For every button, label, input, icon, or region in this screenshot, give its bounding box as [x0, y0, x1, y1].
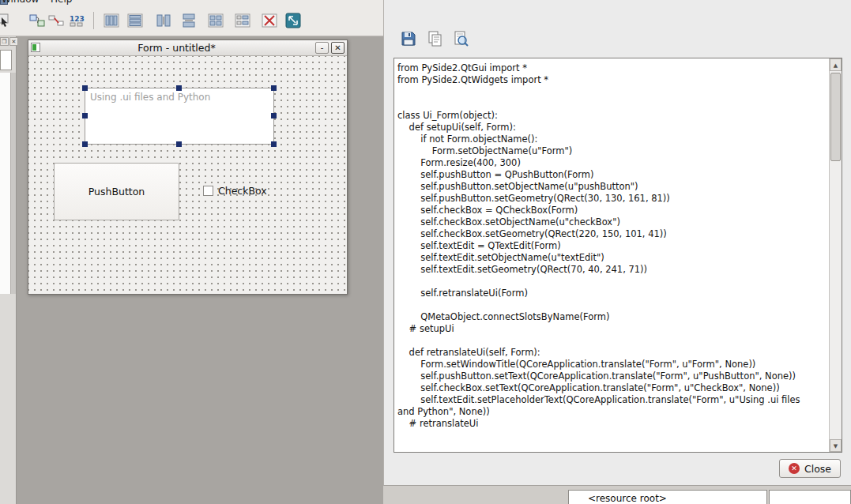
menu-window[interactable]: Window [2, 0, 39, 5]
code-line: self.pushButton.setGeometry(QRect(30, 13… [397, 193, 829, 205]
adjust-size-icon[interactable] [283, 10, 303, 31]
code-line: self.checkBox = QCheckBox(Form) [397, 205, 829, 216]
edit-buddies-icon[interactable] [46, 10, 66, 31]
code-line: self.checkBox.setText(QCoreApplication.t… [397, 382, 829, 394]
code-line: def retranslateUi(self, Form): [397, 347, 829, 359]
code-line: self.textEdit.setPlaceholderText(QCoreAp… [397, 394, 829, 406]
layout-horizontal-splitter-icon[interactable] [153, 10, 174, 31]
resource-root-label: <resource root> [588, 493, 667, 504]
edit-widgets-icon[interactable] [0, 10, 13, 31]
code-line: Form.setObjectName(u"Form") [397, 145, 829, 157]
code-line [397, 299, 829, 311]
resource-panel-secondary[interactable] [769, 490, 851, 504]
save-icon[interactable] [398, 28, 419, 49]
qt-designer-screen: Window Help 123 [0, 0, 851, 504]
layout-vertical-icon[interactable] [125, 10, 145, 31]
print-preview-icon[interactable] [450, 28, 471, 49]
minimize-button[interactable]: - [315, 42, 329, 54]
code-line: # setupUi [397, 323, 829, 335]
code-line: # retranslateUi [397, 418, 829, 430]
main-toolbar: 123 [0, 6, 383, 36]
close-button-label: Close [804, 463, 831, 475]
break-layout-icon[interactable] [259, 10, 280, 31]
code-line [397, 98, 829, 110]
close-icon: ✕ [789, 463, 800, 474]
scroll-down-icon[interactable]: ▼ [830, 439, 842, 452]
code-line: self.textEdit = QTextEdit(Form) [397, 240, 829, 252]
selection-handle[interactable] [271, 141, 277, 147]
code-line: self.checkBox.setGeometry(QRect(220, 150… [397, 228, 829, 240]
menu-help[interactable]: Help [51, 0, 72, 5]
textedit-placeholder: Using .ui files and Python [90, 92, 210, 103]
code-line: def setupUi(self, Form): [397, 122, 829, 134]
close-button[interactable]: ✕ [331, 42, 345, 54]
resource-browser-area: <resource root> [383, 486, 851, 504]
edit-tab-order-icon[interactable]: 123 [66, 10, 87, 31]
code-line: self.checkBox.setObjectName(u"checkBox") [397, 216, 829, 228]
layout-form-icon[interactable] [232, 10, 253, 31]
edit-signals-slots-icon[interactable] [27, 10, 47, 31]
dock-close-icon[interactable]: ✕ [9, 37, 18, 46]
code-line: if not Form.objectName(): [397, 134, 829, 145]
code-line: self.pushButton.setText(QCoreApplication… [397, 370, 829, 382]
layout-vertical-splitter-icon[interactable] [179, 10, 199, 31]
selection-handle[interactable] [82, 85, 88, 91]
dock-float-icon[interactable]: ❐ [0, 37, 9, 46]
resource-root-item[interactable]: <resource root> [568, 490, 767, 504]
checkbox-box[interactable] [203, 186, 213, 196]
selection-handle[interactable] [176, 85, 182, 91]
form-canvas[interactable]: Using .ui files and Python PushButton Ch… [28, 56, 347, 294]
code-line: self.retranslateUi(Form) [397, 288, 829, 299]
form-window-icon [31, 40, 40, 55]
dock-scrollbar[interactable] [11, 73, 16, 294]
code-line [397, 86, 829, 98]
widgetbox-filter-input[interactable] [0, 50, 12, 70]
scroll-up-icon[interactable]: ▲ [830, 58, 842, 71]
layout-grid-icon[interactable] [205, 10, 226, 31]
left-dock-panel: ❐ ✕ [0, 36, 17, 504]
code-line: self.pushButton.setObjectName(u"pushButt… [397, 181, 829, 193]
code-line: self.pushButton = QPushButton(Form) [397, 169, 829, 181]
copy-icon[interactable] [425, 28, 446, 49]
menubar: Window Help [0, 0, 383, 6]
code-view[interactable]: from PySide2.QtGui import *from PySide2.… [393, 58, 842, 453]
selection-handle[interactable] [271, 113, 277, 118]
pushbutton-widget[interactable]: PushButton [54, 163, 179, 220]
code-lines: from PySide2.QtGui import *from PySide2.… [394, 58, 829, 452]
selection-handle[interactable] [271, 85, 277, 91]
selection-handle[interactable] [82, 113, 88, 118]
form-window-title: Form - untitled* [40, 42, 313, 54]
code-line: and Python", None)) [397, 406, 829, 418]
code-line: Form.setWindowTitle(QCoreApplication.tra… [397, 359, 829, 370]
form-window-titlebar[interactable]: Form - untitled* - ✕ [28, 40, 347, 56]
dialog-close-button[interactable]: ✕ Close [779, 459, 841, 478]
code-line: self.textEdit.setObjectName(u"textEdit") [397, 252, 829, 264]
code-line: self.textEdit.setGeometry(QRect(70, 40, … [397, 264, 829, 276]
code-line: QMetaObject.connectSlotsByName(Form) [397, 311, 829, 323]
code-line: from PySide2.QtGui import * [397, 62, 829, 74]
code-line [397, 276, 829, 288]
tab-order-glyph: 123 [70, 15, 85, 23]
widgetbox-list[interactable] [0, 73, 11, 294]
form-designer-window: Form - untitled* - ✕ Using .ui files and… [28, 39, 348, 295]
selection-handle[interactable] [176, 141, 182, 147]
vertical-scrollbar[interactable]: ▲ ▼ [829, 58, 842, 452]
selection-handle[interactable] [82, 141, 88, 147]
textedit-widget[interactable]: Using .ui files and Python [85, 88, 274, 145]
toolbar-separator [93, 12, 94, 29]
checkbox-widget[interactable]: CheckBox [203, 185, 267, 197]
code-line: Form.resize(400, 300) [397, 157, 829, 169]
layout-horizontal-icon[interactable] [101, 10, 122, 31]
checkbox-label: CheckBox [218, 185, 267, 197]
code-line: class Ui_Form(object): [397, 110, 829, 122]
code-line [397, 335, 829, 347]
code-line: from PySide2.QtWidgets import * [397, 74, 829, 86]
scrollbar-thumb[interactable] [830, 73, 841, 161]
code-preview-dialog: from PySide2.QtGui import *from PySide2.… [383, 0, 851, 486]
